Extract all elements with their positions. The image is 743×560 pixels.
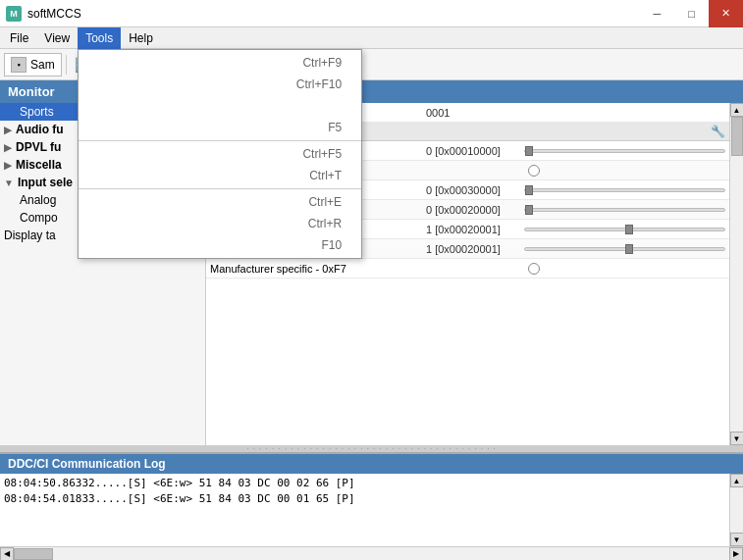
prop-value-app-enable: 0001 bbox=[422, 106, 520, 120]
slider-thumb-f0[interactable] bbox=[525, 185, 533, 195]
menu-rescan-hw[interactable]: Rescan hardware Ctrl+F5 bbox=[79, 143, 361, 165]
log-hscroll-right-btn[interactable]: ▶ bbox=[729, 547, 743, 561]
check-icon: ✓ bbox=[86, 195, 96, 209]
monitor-title: Monitor bbox=[8, 84, 55, 99]
prop-slider-area-f3 bbox=[520, 228, 729, 231]
log-line-1: 08:04:50.86332.....[S] <6E:w> 51 84 03 D… bbox=[4, 476, 725, 491]
scroll-track[interactable] bbox=[730, 117, 744, 432]
sam-label: ▪ Sam bbox=[4, 53, 62, 76]
radio-ec[interactable] bbox=[528, 165, 540, 177]
log-line-2: 08:04:54.01833.....[S] <6E:w> 51 84 03 D… bbox=[4, 491, 725, 507]
menu-refresh-vcp[interactable]: Refresh VCP table F5 bbox=[79, 117, 361, 138]
menu-restore-factory[interactable]: Restore factory defaults Ctrl+F10 bbox=[79, 74, 361, 95]
menu-separator-2 bbox=[79, 188, 361, 189]
slider-thumb-f2[interactable] bbox=[525, 205, 533, 215]
toolbar-separator-1 bbox=[66, 55, 67, 75]
prop-control-f7 bbox=[520, 263, 729, 275]
menu-separator-1 bbox=[79, 140, 361, 141]
prop-row-f7: Manufacturer specific - 0xF7 bbox=[206, 259, 729, 279]
scroll-up-btn[interactable]: ▲ bbox=[730, 103, 744, 117]
log-scroll-down-btn[interactable]: ▼ bbox=[730, 533, 744, 546]
log-hscroll: ◀ ▶ bbox=[0, 546, 743, 560]
minimize-button[interactable]: ─ bbox=[640, 0, 674, 27]
prop-value-ec bbox=[422, 170, 520, 172]
prop-value-e9: 0 [0x00010000] bbox=[422, 144, 520, 158]
log-hscroll-track[interactable] bbox=[14, 547, 729, 561]
menu-restore-vcp[interactable]: Restore VCP values (Undo) bbox=[79, 95, 361, 117]
slider-thumb-f3[interactable] bbox=[625, 225, 633, 234]
scroll-thumb[interactable] bbox=[731, 117, 743, 156]
prop-value-f6: 1 [0x00020001] bbox=[422, 242, 520, 256]
menu-enable-auto-rotation[interactable]: Enable auto-rotation Ctrl+R bbox=[79, 213, 361, 234]
prop-slider-area-f0 bbox=[520, 188, 729, 192]
wrench-icon: 🔧 bbox=[711, 125, 725, 138]
title-bar-left: M softMCCS bbox=[6, 6, 81, 22]
log-hscroll-left-btn[interactable]: ◀ bbox=[0, 547, 14, 561]
log-hscroll-thumb[interactable] bbox=[14, 548, 53, 560]
expand-icon-input: ▼ bbox=[4, 178, 14, 188]
menu-bar: File View Tools Auto setup Ctrl+F9 Resto… bbox=[0, 27, 743, 49]
prop-name-f7: Manufacturer specific - 0xF7 bbox=[206, 262, 422, 276]
title-bar-controls: ─ □ ✕ bbox=[640, 0, 743, 27]
menu-auto-setup[interactable]: Auto setup Ctrl+F9 bbox=[79, 52, 361, 74]
resize-handle[interactable]: · · · · · · · · · · · · · · · · · · · · … bbox=[0, 445, 743, 451]
prop-slider-area-e9 bbox=[520, 149, 729, 153]
prop-slider-f0[interactable] bbox=[524, 188, 725, 192]
app-title: softMCCS bbox=[27, 7, 81, 21]
prop-slider-area-f6 bbox=[520, 247, 729, 251]
radio-f7[interactable] bbox=[528, 263, 540, 275]
app-icon: M bbox=[6, 6, 22, 22]
prop-value-f7 bbox=[422, 268, 520, 270]
log-scroll-track[interactable] bbox=[730, 487, 744, 533]
prop-control-ec bbox=[520, 165, 729, 177]
prop-slider-f2[interactable] bbox=[524, 208, 725, 212]
log-scroll-up-btn[interactable]: ▲ bbox=[730, 474, 744, 487]
log-header: DDC/CI Communication Log bbox=[0, 454, 743, 474]
log-body: 08:04:50.86332.....[S] <6E:w> 51 84 03 D… bbox=[0, 474, 743, 546]
prop-slider-f3[interactable] bbox=[524, 228, 725, 231]
menu-conformance-test[interactable]: Conformance test... Ctrl+T bbox=[79, 165, 361, 186]
expand-icon-misc: ▶ bbox=[4, 160, 12, 171]
slider-thumb-e9[interactable] bbox=[525, 146, 533, 156]
slider-thumb-f6[interactable] bbox=[625, 244, 633, 254]
menu-tools[interactable]: Tools Auto setup Ctrl+F9 Restore factory… bbox=[78, 27, 121, 49]
prop-value-f2: 0 [0x00020000] bbox=[422, 203, 520, 217]
prop-slider-e9[interactable] bbox=[524, 149, 725, 153]
title-bar: M softMCCS ─ □ ✕ bbox=[0, 0, 743, 27]
expand-icon: ▶ bbox=[4, 125, 12, 135]
log-panel: DDC/CI Communication Log 08:04:50.86332.… bbox=[0, 452, 743, 560]
prop-slider-f6[interactable] bbox=[524, 247, 725, 251]
prop-slider-area-f2 bbox=[520, 208, 729, 212]
log-scrollbar-v: ▲ ▼ bbox=[729, 474, 743, 546]
resize-dots: · · · · · · · · · · · · · · · · · · · · … bbox=[246, 444, 497, 453]
monitor-thumb: ▪ bbox=[11, 57, 27, 73]
menu-softosd-api[interactable]: softOSD API command processor... F10 bbox=[79, 234, 361, 256]
close-button[interactable]: ✕ bbox=[709, 0, 743, 27]
log-title: DDC/CI Communication Log bbox=[8, 457, 166, 471]
menu-file[interactable]: File bbox=[2, 27, 36, 49]
tools-dropdown-menu: Auto setup Ctrl+F9 Restore factory defau… bbox=[78, 49, 362, 259]
menu-view[interactable]: View bbox=[36, 27, 78, 49]
sam-text: Sam bbox=[30, 58, 55, 72]
menu-enable-alerts[interactable]: ✓ Enable alerts Ctrl+E bbox=[79, 191, 361, 213]
scroll-down-btn[interactable]: ▼ bbox=[730, 432, 744, 445]
menu-help[interactable]: Help bbox=[121, 27, 161, 49]
expand-icon-dpvl: ▶ bbox=[4, 142, 12, 153]
log-content[interactable]: 08:04:50.86332.....[S] <6E:w> 51 84 03 D… bbox=[0, 474, 729, 546]
prop-value-f3: 1 [0x00020001] bbox=[422, 223, 520, 236]
prop-value-f0: 0 [0x00030000] bbox=[422, 183, 520, 197]
scrollbar-v: ▲ ▼ bbox=[729, 103, 743, 445]
maximize-button[interactable]: □ bbox=[674, 0, 709, 27]
